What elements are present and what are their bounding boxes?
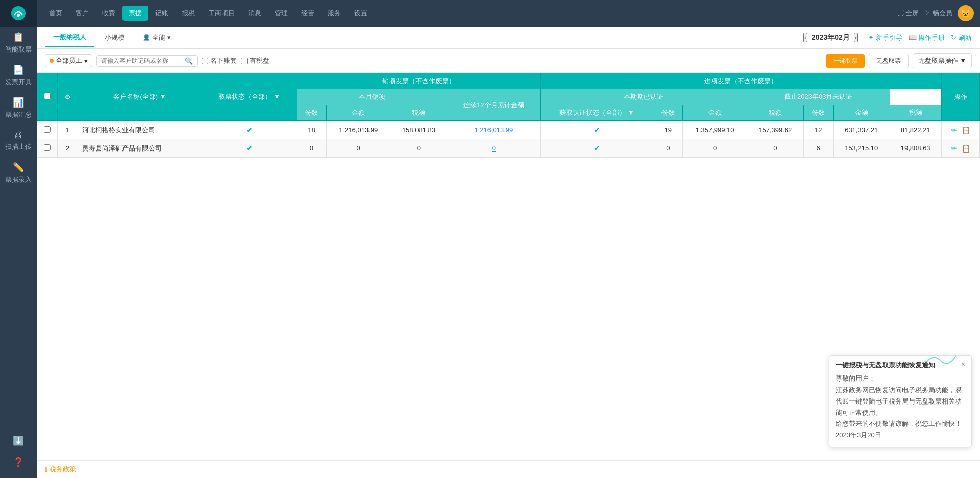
sidebar: 📋 智能取票 📄 发票开具 📊 票据汇总 🖨 扫描上传 ✏️ 票据录入 ⬇️ ❓ xyxy=(0,0,37,478)
ticket-summary-icon: 📊 xyxy=(13,97,24,108)
row-no-1: 2 xyxy=(58,139,78,158)
refresh-btn[interactable]: ↻ 刷新 xyxy=(951,33,972,42)
nav-business[interactable]: 工商项目 xyxy=(202,6,241,21)
sidebar-item-help[interactable]: ❓ xyxy=(0,451,37,473)
month-navigation: ‹ 2023年02月 › xyxy=(803,33,858,42)
download-icon: ⬇️ xyxy=(13,435,24,446)
tab-bar: 一般纳税人 小规模 👤 全能 ▾ ‹ 2023年02月 › ✦ 新手引导 � xyxy=(37,27,980,49)
svg-point-1 xyxy=(17,14,20,17)
copy-icon-0[interactable]: 📋 xyxy=(962,126,970,134)
row-cert-status-0: ✔ xyxy=(541,121,653,139)
row-purchase-amount-1: 0 xyxy=(683,139,747,158)
row-unverified-amount-0: 631,337.21 xyxy=(833,121,890,139)
row-sales-cumulative-0[interactable]: 1,216,013.99 xyxy=(447,121,541,139)
toolbar-right: 一键取票 无盘取票 无盘取票操作 ▼ xyxy=(826,53,972,68)
employee-select[interactable]: 全部员工 ▾ xyxy=(45,54,92,67)
edit-icon-1[interactable]: ✏ xyxy=(951,144,957,153)
nav-customer[interactable]: 客户 xyxy=(69,6,95,21)
th-checkbox xyxy=(37,73,58,121)
th-sales-cumulative: 连续12个月累计金额 xyxy=(447,89,541,121)
sidebar-item-scan-upload[interactable]: 🖨 扫描上传 xyxy=(0,124,37,157)
row-unverified-copies-1: 6 xyxy=(803,139,833,158)
search-icon[interactable]: 🔍 xyxy=(185,57,193,65)
copy-icon-1[interactable]: 📋 xyxy=(962,144,970,153)
svg-point-0 xyxy=(11,6,26,20)
help-icon: ❓ xyxy=(13,457,24,468)
tab-general-taxpayer[interactable]: 一般纳税人 xyxy=(45,29,94,47)
th-sales-amount: 金额 xyxy=(326,105,390,121)
toolbar: 全部员工 ▾ 🔍 名下账套 有税盘 一键取票 无盘取票 xyxy=(37,49,980,73)
row-status-1: ✔ xyxy=(202,139,297,158)
sidebar-item-smart-ticket[interactable]: 📋 智能取票 xyxy=(0,27,37,59)
toolbar-left: 全部员工 ▾ 🔍 名下账套 有税盘 xyxy=(45,54,270,67)
checkbox-taxdisk[interactable]: 有税盘 xyxy=(241,56,270,65)
row-purchase-copies-0: 19 xyxy=(653,121,683,139)
nav-home[interactable]: 首页 xyxy=(43,6,68,21)
nav-service[interactable]: 服务 xyxy=(322,6,347,21)
th-sales-invoice: 销项发票（不含作废票） xyxy=(297,73,540,89)
nav-settings[interactable]: 设置 xyxy=(348,6,374,21)
row-sales-cumulative-1[interactable]: 0 xyxy=(447,139,541,158)
new-guide-btn[interactable]: ✦ 新手引导 xyxy=(868,33,902,42)
row-purchase-copies-1: 0 xyxy=(653,139,683,158)
tax-policy-link[interactable]: ℹ 税务政策 xyxy=(45,465,76,474)
row-checkbox-1[interactable] xyxy=(37,139,58,158)
current-month: 2023年02月 xyxy=(812,33,850,42)
filter-icon[interactable]: ▼ xyxy=(160,93,166,100)
scan-upload-icon: 🖨 xyxy=(14,130,23,140)
notification-body: 尊敬的用户： 江苏政务网已恢复访问电子税务局功能，易代账一键登陆电子税务局与无盘… xyxy=(829,373,971,447)
checkbox-subaccount[interactable]: 名下账套 xyxy=(202,56,237,65)
search-input[interactable] xyxy=(101,57,183,64)
notification-wave-icon xyxy=(925,350,956,366)
row-purchase-tax-0: 157,399.62 xyxy=(747,121,803,139)
no-disk-ops-btn[interactable]: 无盘取票操作 ▼ xyxy=(913,53,972,68)
tab-small-scale[interactable]: 小规模 xyxy=(96,29,133,46)
select-all-checkbox[interactable] xyxy=(44,93,51,99)
member-btn[interactable]: ▷ 畅会员 xyxy=(924,9,952,18)
table-row: 2 灵寿县尚泽矿产品有限公司 ✔ 0 0 0 0 ✔ 0 0 0 6 153,2… xyxy=(37,139,980,158)
tax-policy-icon: ℹ xyxy=(45,466,47,473)
tab-all-capable[interactable]: 👤 全能 ▾ xyxy=(135,29,179,46)
nav-message[interactable]: 消息 xyxy=(242,6,267,21)
table-row: 1 河北柯搭格实业有限公司 ✔ 18 1,216,013.99 158,081.… xyxy=(37,121,980,139)
nav-operation[interactable]: 经营 xyxy=(295,6,321,21)
sidebar-item-ticket-summary[interactable]: 📊 票据汇总 xyxy=(0,92,37,124)
settings-icon[interactable]: ⚙ xyxy=(65,93,71,101)
topnav-right: ⛶ 全屏 ▷ 畅会员 🐱 xyxy=(897,5,974,21)
status-filter-icon[interactable]: ▼ xyxy=(274,93,280,100)
edit-icon-0[interactable]: ✏ xyxy=(951,126,957,134)
nav-ticket[interactable]: 票据 xyxy=(122,6,148,21)
taxdisk-checkbox[interactable] xyxy=(241,58,248,64)
notification-close-btn[interactable]: × xyxy=(961,361,965,368)
cert-filter-icon[interactable]: ▼ xyxy=(628,109,634,116)
subaccount-checkbox[interactable] xyxy=(202,58,208,64)
nav-fee[interactable]: 收费 xyxy=(96,6,121,21)
row-actions-0: ✏ 📋 xyxy=(941,121,979,139)
notification-popup: 一键报税与无盘取票功能恢复通知 × 尊敬的用户： 江苏政务网已恢复访问电子税务局… xyxy=(829,355,972,447)
row-unverified-tax-1: 19,808.63 xyxy=(890,139,941,158)
nav-manage[interactable]: 管理 xyxy=(268,6,294,21)
no-disk-ticket-btn[interactable]: 无盘取票 xyxy=(869,54,909,68)
sidebar-item-ticket-entry[interactable]: ✏️ 票据录入 xyxy=(0,157,37,189)
th-customer: 客户名称(全部) ▼ xyxy=(78,73,202,121)
row-customer-1: 灵寿县尚泽矿产品有限公司 xyxy=(78,139,202,158)
sidebar-logo xyxy=(0,0,37,27)
th-unverified-amount: 金额 xyxy=(833,105,890,121)
avatar[interactable]: 🐱 xyxy=(958,5,974,21)
invoice-issue-icon: 📄 xyxy=(13,64,24,76)
nav-tax[interactable]: 报税 xyxy=(176,6,201,21)
row-purchase-tax-1: 0 xyxy=(747,139,803,158)
one-click-ticket-btn[interactable]: 一键取票 xyxy=(826,54,865,68)
sidebar-item-download[interactable]: ⬇️ xyxy=(0,430,37,451)
nav-accounting[interactable]: 记账 xyxy=(149,6,175,21)
sidebar-item-invoice-issue[interactable]: 📄 发票开具 xyxy=(0,59,37,92)
row-sales-copies-0: 18 xyxy=(297,121,326,139)
next-month-btn[interactable]: › xyxy=(854,33,858,42)
row-checkbox-0[interactable] xyxy=(37,121,58,139)
th-purchase-invoice: 进项发票（不含作废票） xyxy=(541,73,941,89)
manual-btn[interactable]: 📖 操作手册 xyxy=(909,33,945,42)
row-unverified-copies-0: 12 xyxy=(803,121,833,139)
ticket-entry-icon: ✏️ xyxy=(13,162,24,173)
fullscreen-btn[interactable]: ⛶ 全屏 xyxy=(897,9,919,18)
prev-month-btn[interactable]: ‹ xyxy=(803,33,807,42)
